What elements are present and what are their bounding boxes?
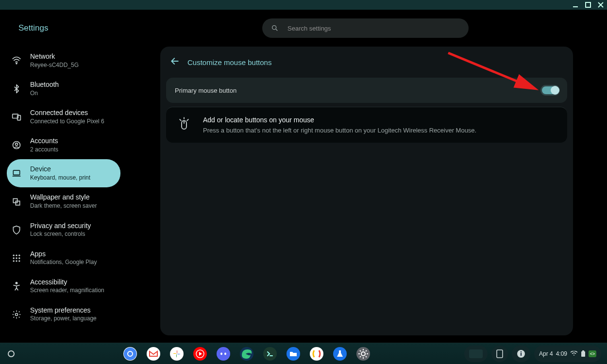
search-box[interactable] (262, 18, 469, 38)
nav-label: Connected devices (30, 109, 104, 117)
shelf-app-flask[interactable] (333, 347, 347, 361)
primary-mouse-row: Primary mouse button (166, 78, 567, 103)
sidebar-item-accessibility[interactable]: AccessibilityScreen reader, magnificatio… (7, 272, 120, 300)
sidebar-item-accounts[interactable]: Accounts2 accounts (7, 131, 120, 159)
sidebar-item-device[interactable]: DeviceKeyboard, mouse, print (7, 159, 120, 187)
nav-sublabel: Notifications, Google Play (30, 259, 97, 266)
svg-rect-51 (469, 349, 483, 358)
shelf-app-youtube-music[interactable] (193, 347, 207, 361)
nav-sublabel: Keyboard, mouse, print (30, 174, 90, 182)
shelf-app-files[interactable] (286, 347, 301, 361)
holding-space-icon (496, 349, 503, 358)
svg-point-12 (16, 254, 17, 256)
nav-sublabel: On (30, 90, 59, 98)
accessibility-icon (12, 281, 21, 291)
nav-label: Bluetooth (30, 81, 59, 89)
nav-label: System preferences (30, 306, 97, 315)
shelf-app-discord[interactable] (216, 347, 231, 361)
svg-point-16 (18, 257, 20, 259)
account-icon (12, 140, 21, 150)
info-icon (517, 349, 525, 358)
battery-status-icon (581, 350, 586, 357)
sidebar-item-connected-devices[interactable]: Connected devicesConnected to Google Pix… (7, 103, 120, 131)
window-titlebar (0, 0, 607, 10)
shelf-app-gmail[interactable] (146, 347, 161, 361)
nav-label: Wallpaper and style (30, 193, 97, 202)
sidebar-item-apps[interactable]: AppsNotifications, Google Play (7, 244, 120, 272)
nav-sublabel: Dark theme, screen saver (30, 202, 97, 210)
svg-point-4 (16, 63, 17, 64)
sidebar: NetworkReyee-sC4DD_5GBluetoothOnConnecte… (0, 47, 126, 343)
nav-sublabel: Connected to Google Pixel 6 (30, 118, 104, 126)
shield-icon (12, 225, 21, 235)
wifi-icon (12, 56, 21, 66)
nav-sublabel: Storage, power, language (30, 315, 97, 323)
svg-point-2 (272, 26, 276, 30)
nav-sublabel: Lock screen, controls (30, 231, 91, 238)
svg-point-39 (310, 347, 323, 361)
shelf-app-chrome[interactable] (123, 347, 137, 361)
shelf-notifications[interactable] (512, 346, 530, 362)
svg-point-13 (18, 254, 20, 256)
shelf: Apr 4 4:09 <> (0, 343, 607, 364)
add-button-card: Add or locate buttons on your mouse Pres… (166, 107, 567, 143)
wifi-status-icon (570, 351, 578, 357)
shelf-status-tray[interactable]: Apr 4 4:09 <> (534, 346, 601, 362)
svg-point-17 (13, 260, 15, 262)
mouse-icon (176, 116, 192, 132)
card-subtitle: Press a button that's not the left or ri… (203, 127, 476, 134)
svg-point-20 (16, 282, 17, 283)
svg-line-3 (276, 29, 277, 31)
svg-rect-1 (586, 2, 590, 7)
palette-icon (12, 197, 21, 207)
nav-label: Privacy and security (30, 222, 91, 231)
svg-line-48 (366, 356, 367, 357)
svg-point-11 (13, 254, 15, 256)
launcher-icon[interactable] (8, 350, 15, 357)
svg-rect-0 (573, 6, 578, 7)
back-icon[interactable] (170, 56, 180, 68)
sidebar-item-wallpaper-and-style[interactable]: Wallpaper and styleDark theme, screen sa… (7, 187, 120, 215)
primary-mouse-toggle[interactable] (542, 86, 558, 94)
shelf-app-edge[interactable] (239, 347, 254, 361)
svg-point-15 (16, 257, 17, 259)
nav-label: Apps (30, 250, 97, 259)
nav-sublabel: 2 accounts (30, 146, 58, 154)
minimize-icon[interactable] (572, 1, 579, 8)
primary-mouse-label: Primary mouse button (175, 87, 236, 94)
sidebar-item-system-preferences[interactable]: System preferencesStorage, power, langua… (7, 300, 120, 329)
nav-label: Device (30, 165, 90, 174)
panel-title: Customize mouse buttons (187, 58, 271, 66)
shelf-phone-hub[interactable] (464, 346, 488, 362)
svg-point-34 (220, 352, 222, 355)
svg-rect-52 (497, 350, 503, 358)
svg-line-47 (360, 350, 361, 351)
shelf-date: Apr 4 (539, 350, 553, 357)
devices-icon (12, 112, 21, 122)
svg-point-18 (16, 260, 17, 262)
svg-line-49 (360, 356, 361, 357)
svg-point-21 (16, 313, 18, 315)
svg-point-8 (16, 143, 18, 146)
shelf-holding-space[interactable] (491, 346, 508, 362)
svg-rect-54 (521, 351, 522, 352)
close-icon[interactable] (597, 1, 604, 8)
sidebar-item-privacy-and-security[interactable]: Privacy and securityLock screen, control… (7, 216, 120, 244)
svg-point-28 (128, 351, 133, 356)
sidebar-item-network[interactable]: NetworkReyee-sC4DD_5G (7, 47, 120, 75)
shelf-app-terminal[interactable] (263, 347, 277, 361)
shelf-app-settings[interactable] (356, 347, 371, 361)
svg-rect-9 (13, 171, 19, 175)
nav-label: Network (30, 52, 79, 61)
svg-text:<>: <> (590, 351, 595, 356)
maximize-icon[interactable] (585, 1, 591, 8)
sidebar-item-bluetooth[interactable]: BluetoothOn (7, 75, 120, 103)
gear-icon (12, 310, 21, 319)
apps-icon (12, 253, 21, 263)
nav-label: Accounts (30, 137, 58, 146)
card-title: Add or locate buttons on your mouse (203, 116, 476, 124)
shelf-app-photos[interactable] (169, 347, 184, 361)
search-input[interactable] (287, 25, 469, 32)
svg-rect-57 (582, 350, 584, 351)
shelf-app-multi[interactable] (309, 347, 324, 361)
